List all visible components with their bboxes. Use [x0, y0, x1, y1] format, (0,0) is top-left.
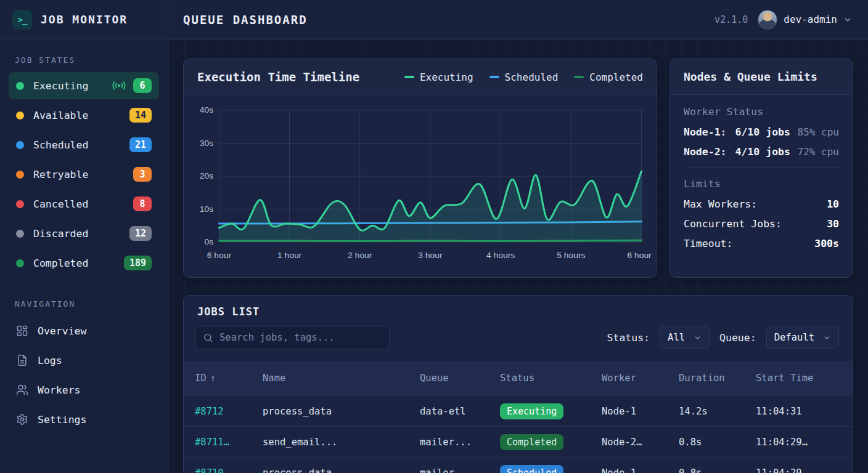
- top-bar: >_ JOB MONITOR QUEUE DASHBOARD v2.1.0 de…: [0, 0, 868, 39]
- status-badge: Scheduled: [500, 465, 563, 473]
- table-row[interactable]: #8710 process_data mailer Scheduled Node…: [184, 457, 853, 473]
- search-icon: [203, 333, 213, 343]
- limits-heading: Limits: [684, 178, 839, 190]
- column-header-status[interactable]: Status: [500, 373, 602, 384]
- brand: >_ JOB MONITOR: [0, 0, 168, 39]
- status-filter-select[interactable]: All: [660, 326, 710, 349]
- sidebar-item-scheduled[interactable]: Scheduled 21: [9, 131, 159, 158]
- chevron-down-icon: [823, 334, 831, 342]
- limit-row-timeout: Timeout: 300s: [684, 238, 839, 249]
- svg-text:5 hours: 5 hours: [557, 251, 585, 260]
- column-label: Start Time: [756, 373, 813, 384]
- nav-label: Overview: [38, 325, 86, 337]
- job-queue: mailer: [420, 467, 500, 473]
- state-label: Available: [33, 110, 88, 121]
- worker-row-node-2: Node-2: 4/10 jobs 72% cpu: [684, 146, 839, 158]
- svg-text:6 hour: 6 hour: [207, 251, 232, 260]
- table-row[interactable]: #8711… send_email... mailer... Completed…: [184, 426, 853, 457]
- job-name: send_email...: [263, 437, 420, 448]
- job-id-link[interactable]: #8712: [195, 406, 263, 417]
- completed-dot: [16, 259, 24, 267]
- gear-icon: [16, 413, 28, 426]
- count-badge: 6: [133, 78, 152, 93]
- sidebar-item-retryable[interactable]: Retryable 3: [9, 161, 159, 188]
- legend-label: Scheduled: [505, 71, 559, 83]
- state-label: Scheduled: [33, 139, 88, 151]
- user-name: dev-admin: [784, 14, 837, 25]
- nodes-limits-panel: Nodes & Queue Limits Worker Status Node-…: [669, 59, 853, 278]
- scheduled-dot: [16, 141, 24, 149]
- job-start-time: 11:04:31: [756, 406, 853, 417]
- job-worker: Node-1: [602, 467, 679, 473]
- job-id-link[interactable]: #8711…: [195, 437, 263, 448]
- worker-jobs: 6/10 jobs: [735, 126, 790, 138]
- column-header-start-time[interactable]: Start Time: [756, 373, 853, 384]
- column-header-duration[interactable]: Duration: [679, 373, 756, 384]
- svg-text:1 hour: 1 hour: [277, 251, 302, 260]
- job-worker: Node-2…: [602, 437, 679, 448]
- search-box[interactable]: [195, 326, 390, 349]
- svg-text:4 hours: 4 hours: [486, 251, 515, 260]
- worker-status-heading: Worker Status: [684, 106, 839, 118]
- sidebar-item-available[interactable]: Available 14: [9, 102, 159, 129]
- column-header-id[interactable]: ID ↑: [195, 373, 263, 384]
- queue-filter-label: Queue:: [719, 332, 756, 344]
- divider: [684, 168, 839, 168]
- sidebar-item-overview[interactable]: Overview: [0, 316, 168, 346]
- sidebar-item-executing[interactable]: Executing 6: [9, 72, 159, 99]
- legend-label: Executing: [420, 71, 473, 83]
- count-badge: 189: [124, 256, 152, 270]
- sidebar-item-logs[interactable]: Logs: [0, 346, 168, 375]
- state-label: Cancelled: [33, 198, 88, 210]
- column-label: ID: [195, 373, 207, 384]
- column-label: Name: [263, 373, 285, 384]
- legend-item-scheduled[interactable]: Scheduled: [489, 71, 559, 83]
- timeline-chart: 0s10s20s30s40s6 hour1 hour2 hour3 hour4 …: [189, 100, 652, 272]
- limit-row-concurrent-jobs: Concurrent Jobs: 30: [684, 218, 839, 230]
- limit-label: Concurrent Jobs:: [684, 218, 782, 230]
- status-badge: Executing: [500, 403, 563, 419]
- navigation-heading: NAVIGATION: [15, 299, 168, 309]
- user-menu[interactable]: dev-admin: [758, 10, 852, 30]
- legend-item-executing[interactable]: Executing: [404, 71, 473, 83]
- sidebar-item-settings[interactable]: Settings: [0, 405, 168, 434]
- legend-item-completed[interactable]: Completed: [574, 71, 643, 83]
- sidebar-item-discarded[interactable]: Discarded 12: [9, 220, 159, 247]
- column-header-worker[interactable]: Worker: [602, 373, 679, 384]
- grid-icon: [16, 325, 28, 337]
- queue-filter-select[interactable]: Default: [766, 326, 839, 349]
- sort-ascending-icon: ↑: [210, 373, 216, 384]
- svg-text:0s: 0s: [204, 238, 213, 247]
- column-header-queue[interactable]: Queue: [420, 373, 500, 384]
- job-start-time: 11:04:29: [756, 467, 853, 473]
- worker-name: Node-2:: [684, 146, 727, 158]
- job-id-link[interactable]: #8710: [195, 467, 263, 473]
- avatar: [758, 10, 777, 30]
- sidebar-item-workers[interactable]: Workers: [0, 375, 168, 405]
- terminal-icon: >_: [12, 10, 32, 30]
- jobs-list-heading: JOBS LIST: [184, 296, 853, 318]
- svg-text:30s: 30s: [200, 139, 214, 148]
- status-filter-label: Status:: [607, 332, 650, 344]
- state-label: Retryable: [33, 169, 88, 180]
- worker-cpu: 85% cpu: [798, 126, 839, 138]
- nav-label: Settings: [38, 414, 86, 426]
- limit-label: Max Workers:: [684, 198, 757, 210]
- column-header-name[interactable]: Name: [263, 373, 420, 384]
- worker-name: Node-1:: [684, 126, 727, 138]
- svg-text:40s: 40s: [200, 106, 214, 115]
- limit-label: Timeout:: [684, 238, 732, 249]
- sidebar-item-completed[interactable]: Completed 189: [9, 249, 159, 277]
- column-label: Duration: [679, 373, 725, 384]
- page-title: QUEUE DASHBOARD: [183, 13, 308, 26]
- limit-value: 300s: [814, 238, 839, 249]
- available-dot: [16, 111, 24, 119]
- table-row[interactable]: #8712 process_data data-etl Executing No…: [184, 395, 853, 426]
- chart-title: Execution Time Timeline: [197, 70, 359, 84]
- job-duration: 0.8s: [679, 467, 756, 473]
- sidebar-item-cancelled[interactable]: Cancelled 8: [9, 190, 159, 217]
- column-label: Status: [500, 373, 534, 384]
- search-input[interactable]: [219, 332, 382, 343]
- svg-text:20s: 20s: [200, 172, 214, 181]
- people-icon: [16, 384, 28, 396]
